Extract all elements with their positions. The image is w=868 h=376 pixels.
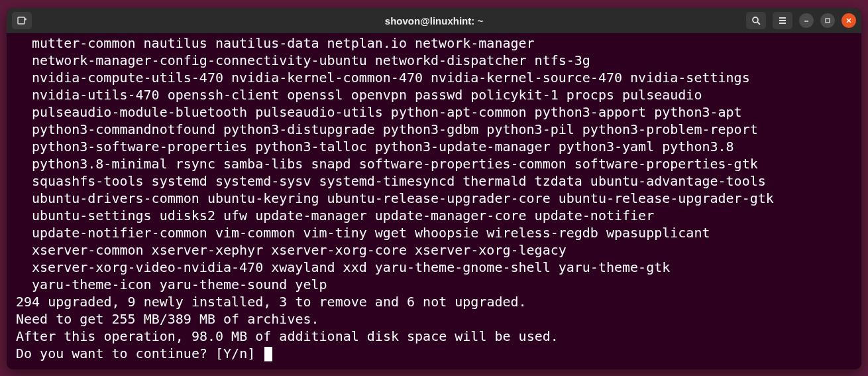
terminal-output[interactable]: mutter-common nautilus nautilus-data net… [7, 33, 861, 369]
search-button[interactable] [746, 12, 766, 29]
maximize-button[interactable] [820, 13, 835, 28]
package-list-line: pulseaudio-module-bluetooth pulseaudio-u… [16, 103, 852, 121]
desktop-background: shovon@linuxhint: ~ [0, 0, 868, 376]
upgrade-summary-line: 294 upgraded, 9 newly installed, 3 to re… [16, 293, 852, 310]
svg-rect-0 [18, 17, 25, 24]
download-size-line: Need to get 255 MB/389 MB of archives. [16, 310, 852, 328]
package-list-line: xserver-xorg-video-nvidia-470 xwayland x… [16, 259, 852, 276]
svg-point-3 [753, 17, 758, 23]
svg-line-4 [757, 22, 760, 25]
package-list-line: ubuntu-drivers-common ubuntu-keyring ubu… [16, 190, 852, 207]
package-list-line: nvidia-utils-470 openssh-client openssl … [16, 86, 852, 103]
terminal-window: shovon@linuxhint: ~ [7, 8, 861, 369]
package-list-line: nvidia-compute-utils-470 nvidia-kernel-c… [16, 69, 852, 86]
svg-rect-9 [826, 19, 830, 23]
package-list-line: squashfs-tools systemd systemd-sysv syst… [16, 172, 852, 190]
minimize-button[interactable] [799, 13, 814, 28]
menu-button[interactable] [773, 12, 792, 29]
package-list-line: ubuntu-settings udisks2 ufw update-manag… [16, 207, 852, 224]
package-list-line: python3.8-minimal rsync samba-libs snapd… [16, 155, 852, 172]
package-list-line: mutter-common nautilus nautilus-data net… [16, 34, 852, 52]
continue-prompt-line[interactable]: Do you want to continue? [Y/n] [16, 345, 852, 362]
new-tab-button[interactable] [12, 12, 32, 29]
disk-space-line: After this operation, 98.0 MB of additio… [16, 328, 852, 345]
package-list-line: python3-software-properties python3-tall… [16, 138, 852, 155]
window-title: shovon@linuxhint: ~ [7, 15, 861, 27]
package-list-line: update-notifier-common vim-common vim-ti… [16, 224, 852, 241]
package-list-line: network-manager-config-connectivity-ubun… [16, 52, 852, 69]
cursor [264, 347, 272, 361]
package-list-line: xserver-common xserver-xephyr xserver-xo… [16, 241, 852, 259]
close-button[interactable] [841, 13, 856, 28]
package-list-line: yaru-theme-icon yaru-theme-sound yelp [16, 276, 852, 293]
titlebar: shovon@linuxhint: ~ [7, 8, 861, 33]
package-list-line: python3-commandnotfound python3-distupgr… [16, 121, 852, 138]
